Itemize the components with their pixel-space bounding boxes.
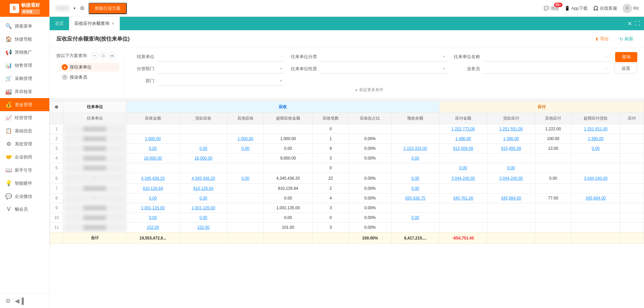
td-prepaid[interactable] [391,124,439,134]
sidebar-item-inventory[interactable]: 🏭 库存核算 [0,85,49,98]
tab-maximize-icon[interactable]: ⛶ [635,20,640,27]
settings-scheme-button[interactable]: ⊙ [100,52,107,59]
td-ar-amount[interactable]: 810,126.64 [126,184,179,193]
td-ar-other[interactable]: 1,000.00 [227,134,264,144]
td-ap-amount[interactable]: 1,490.00 [439,134,487,144]
td-prepaid[interactable]: 2,153,333.00 [391,144,439,153]
collapse-icon[interactable]: ◀▐ [15,297,24,305]
td-prepaid[interactable]: 655,636.75 [391,193,439,203]
refresh-button[interactable]: ↻ 刷新 [615,34,637,44]
td-ar-amount[interactable] [126,124,179,134]
td-ap-overdue[interactable]: 1,390.00 [571,134,620,144]
sidebar-item-management[interactable]: 📈 经营管理 [0,111,49,124]
td-prepaid[interactable] [391,203,439,213]
message-button[interactable]: 💬 消息 99+ [544,5,559,11]
td-ap-amount[interactable] [439,223,487,232]
sidebar-item-finance[interactable]: 💰 资金管理 [0,98,49,111]
tab-close-window-icon[interactable]: ✕ [628,20,632,27]
td-ap-amount[interactable]: 3,044,240.00 [439,173,487,184]
td-ap-loan[interactable] [487,213,535,223]
td-ap-loan[interactable] [487,203,535,213]
td-ar-amount[interactable] [126,163,179,173]
footer-ar-amount[interactable]: 19,553,472,6... [126,232,179,244]
sidebar-item-guide[interactable]: 📖 新手引导 [0,164,49,177]
topbar-dropdown[interactable]: ▾ [73,6,76,11]
td-ar-other[interactable]: 0.00 [227,173,264,184]
td-ap-overdue[interactable]: 0.00 [571,144,620,153]
td-ar-other[interactable] [227,223,264,232]
td-ar-amount[interactable]: 0.00 [126,193,179,203]
sidebar-item-member[interactable]: V 畅会员 [0,203,49,216]
td-ap-loan[interactable]: 0.00 [487,163,535,173]
td-ap-overdue[interactable] [571,184,620,193]
td-ar-loan[interactable] [179,134,227,144]
td-ap-overdue[interactable]: 345,684.00 [571,193,620,203]
unit-nature-input[interactable]: ▾ [320,64,447,74]
collapse-scheme-button[interactable]: ≪ [108,52,116,59]
salesperson-input[interactable]: ··· [483,64,610,74]
sidebar-item-basic[interactable]: 📋 基础信息 [0,124,49,137]
td-ap-amount[interactable] [439,213,487,223]
td-ar-other[interactable] [227,213,264,223]
td-prepaid[interactable]: 0.00 [391,173,439,184]
td-ap-amount[interactable] [439,153,487,163]
footer-ap-amount[interactable]: -654,751.40 [439,232,487,244]
td-ap-overdue[interactable] [571,223,620,232]
tab-arbalance[interactable]: 应收应付余额查询 ✕ [69,17,120,30]
td-ar-amount[interactable]: 0.00 [126,213,179,223]
settings-icon[interactable]: ⚙ [5,297,11,305]
td-ar-amount[interactable]: 4,345,436.20 [126,173,179,184]
td-ap-loan[interactable]: 345,684.00 [487,193,535,203]
setting-button[interactable]: 设置 [614,63,637,74]
td-ap-amount[interactable] [439,203,487,213]
td-ar-loan[interactable]: 1,001,135.00 [179,203,227,213]
td-ar-loan[interactable]: 4,345,436.20 [179,173,227,184]
td-prepaid[interactable]: 0.00 [391,184,439,193]
td-ap-overdue[interactable] [571,153,620,163]
td-ar-other[interactable] [227,153,264,163]
td-prepaid[interactable]: 0.00 [391,213,439,223]
td-ap-loan[interactable]: 3,044,240.00 [487,173,535,184]
unit-category-input[interactable]: ▾ [320,52,447,61]
tab-home[interactable]: 首页 [50,17,69,30]
td-ar-other[interactable] [227,163,264,173]
td-ar-other[interactable] [227,184,264,193]
topbar-gear-icon[interactable]: ⚙ [80,5,85,11]
add-scheme-button[interactable]: + [91,52,98,59]
td-ar-other[interactable]: 0.00 [227,144,264,153]
td-ap-loan[interactable] [487,184,535,193]
td-ap-overdue[interactable]: 3,044,240.00 [571,173,620,184]
td-ap-loan[interactable] [487,153,535,163]
td-ap-overdue[interactable] [571,203,620,213]
td-ar-loan[interactable]: 152.00 [179,223,227,232]
td-ar-loan[interactable] [179,124,227,134]
sidebar-item-search[interactable]: 🔍 搜索菜单 [0,19,49,33]
customer-service-button[interactable]: 🎧 在线客服 [593,5,617,11]
more-conditions-toggle[interactable]: ∧ 收起更多条件 [127,86,610,94]
query-button[interactable]: 查询 [615,52,637,62]
td-ar-loan[interactable]: 18,000.00 [179,153,227,163]
td-ar-amount[interactable]: 18,000.00 [126,153,179,163]
td-ar-loan[interactable]: 0.00 [179,193,227,203]
sidebar-item-collab[interactable]: 🤝 企业协同 [0,150,49,164]
td-ar-amount[interactable]: 152.00 [126,223,179,232]
td-ap-loan[interactable] [487,223,535,232]
td-ap-amount[interactable] [439,184,487,193]
sidebar-item-purchase[interactable]: 🛒 采购管理 [0,72,49,85]
scheme-by-salesperson[interactable]: ⏱ 按业务员 [59,73,119,82]
td-ar-loan[interactable] [179,163,227,173]
sidebar-item-quicknav[interactable]: 🏠 快捷导航 [0,33,49,46]
sidebar-item-system[interactable]: ⚙ 系统管理 [0,137,49,150]
td-prepaid[interactable] [391,223,439,232]
td-ar-amount[interactable]: 1,000.00 [126,134,179,144]
sidebar-item-wechat[interactable]: 💬 企业微信 [0,190,49,203]
td-ar-amount[interactable]: 0.00 [126,144,179,153]
td-ar-loan[interactable]: 0.00 [179,144,227,153]
td-ap-loan[interactable]: 1,390.00 [487,134,535,144]
td-prepaid[interactable] [391,163,439,173]
sidebar-item-sales[interactable]: 📊 销售管理 [0,59,49,72]
export-button[interactable]: ⬆ 导出 [591,34,613,44]
promo-button[interactable]: 体验行业方案 [89,3,127,14]
settlement-unit-input[interactable]: ··· [157,52,285,61]
tab-close-icon[interactable]: ✕ [111,21,114,26]
